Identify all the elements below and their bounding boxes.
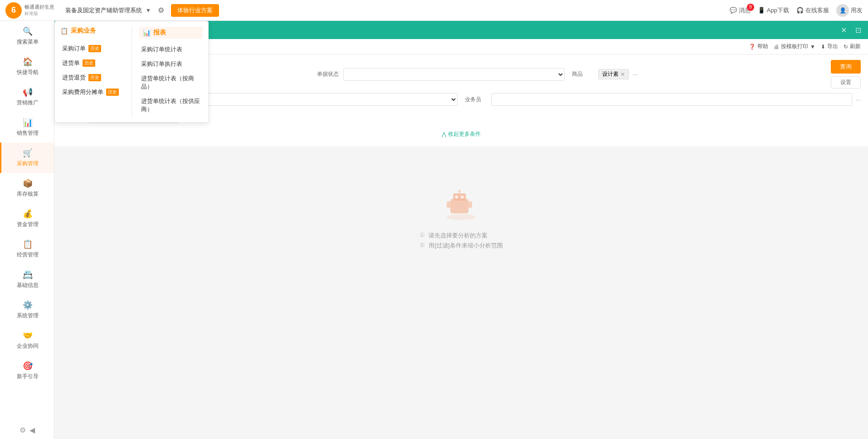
doc-status-label: 单据状态 — [317, 70, 340, 78]
dropdown-item-receipt-stat-goods-label: 进货单统计表（按商品） — [141, 74, 201, 91]
collapse-icon: ⋀ — [442, 131, 446, 138]
svg-point-4 — [461, 196, 463, 198]
sidebar-item-search[interactable]: 🔍 搜索菜单 — [0, 21, 54, 51]
sidebar-settings-btn[interactable]: ⚙ — [20, 426, 26, 434]
sidebar-item-marketing[interactable]: 📢 营销推广 — [0, 82, 54, 112]
dropdown-item-return[interactable]: 进货退货 历史 — [60, 70, 124, 85]
receipt-history-badge: 历史 — [83, 59, 95, 67]
system-dropdown-btn[interactable]: ▼ — [146, 7, 151, 14]
empty-tips: 请先选择要分析的方案 用[过滤]条件来缩小分析范围 — [419, 230, 502, 252]
sidebar-item-inventory-label: 库存核算 — [17, 190, 39, 198]
doc-status-filter: 单据状态 — [317, 68, 565, 81]
staff-input[interactable] — [491, 93, 852, 106]
query-btn[interactable]: 查询 — [831, 60, 861, 74]
logo-badge: 标准版 — [24, 10, 54, 17]
help-label: 帮助 — [757, 43, 768, 50]
header-nav: 装备及固定资产辅助管理系统 ▼ ⚙ 体验行业方案 — [60, 4, 730, 17]
staff-label: 业务员 — [465, 96, 488, 104]
app-download-btn[interactable]: 📱 App下载 — [758, 6, 789, 15]
logo-text-area: 畅通通好生意 标准版 — [24, 4, 54, 16]
sidebar-item-system[interactable]: ⚙️ 系统管理 — [0, 295, 54, 325]
logo-text: 畅通通好生意 — [24, 4, 54, 10]
collapse-btn[interactable]: ⋀ 收起更多条件 — [62, 128, 861, 141]
sidebar-item-marketing-label: 营销推广 — [17, 99, 39, 107]
doc-status-select[interactable] — [343, 68, 565, 81]
dropdown-col2-title: 📊 报表 — [139, 27, 203, 39]
header-right: 💬 消息 9 📱 App下载 🎧 在线客服 👤 用友 — [730, 4, 863, 17]
dropdown-item-po-exec-label: 采购订单执行表 — [141, 60, 182, 68]
dropdown-item-receipt-stat-goods[interactable]: 进货单统计表（按商品） — [139, 71, 203, 94]
export-btn[interactable]: ⬇ 导出 — [821, 43, 838, 50]
online-service-label: 在线客服 — [805, 6, 829, 15]
home-icon: 🏠 — [23, 57, 33, 67]
dropdown-item-receipt-label: 进货单 — [62, 59, 80, 67]
svg-rect-8 — [468, 202, 472, 208]
collapse-label: 收起更多条件 — [448, 130, 481, 138]
messages-btn[interactable]: 💬 消息 9 — [730, 6, 751, 15]
sidebar-item-search-label: 搜索菜单 — [17, 38, 39, 46]
sidebar-item-purchase[interactable]: 🛒 采购管理 — [0, 143, 54, 173]
user-btn[interactable]: 👤 用友 — [836, 4, 863, 17]
top-header: 6 畅通通好生意 标准版 装备及固定资产辅助管理系统 ▼ ⚙ 体验行业方案 💬 … — [0, 0, 868, 21]
set-btn[interactable]: 设置 — [831, 76, 861, 89]
dropdown-col-purchase: 📋 采购业务 采购订单 历史 进货单 历史 进货退货 历史 — [55, 27, 130, 117]
goods-tag: 设计素 ✕ — [598, 69, 629, 79]
purchase-biz-icon: 📋 — [60, 27, 68, 35]
goods-dots[interactable]: ··· — [633, 71, 638, 78]
dropdown-item-receipt[interactable]: 进货单 历史 — [60, 56, 124, 70]
po-history-badge: 历史 — [88, 45, 101, 52]
sidebar-item-guide[interactable]: 🎯 新手引导 — [0, 355, 54, 386]
help-btn[interactable]: ❓ 帮助 — [749, 43, 768, 50]
return-history-badge: 历史 — [88, 74, 101, 81]
dropdown-col-reports: 📊 报表 采购订单统计表 采购订单执行表 进货单统计表（按商品） 进货单统计表（… — [134, 27, 209, 117]
print-icon: 🖨 — [774, 44, 779, 50]
filter-actions: 查询 设置 — [831, 60, 861, 89]
sidebar-item-finance[interactable]: 💰 资金管理 — [0, 203, 54, 234]
goods-tag-close[interactable]: ✕ — [620, 71, 625, 78]
sidebar-item-collab-label: 企业协同 — [17, 342, 39, 350]
tab-close-window-btn[interactable]: ✕ — [837, 24, 850, 36]
logo-icon: 6 — [5, 2, 22, 19]
sidebar-bottom: ⚙ ◀ — [0, 421, 54, 439]
user-label: 用友 — [851, 6, 863, 15]
refresh-btn[interactable]: ↻ 刷新 — [844, 43, 861, 50]
sidebar-item-purchase-label: 采购管理 — [17, 160, 39, 168]
sidebar-item-system-label: 系统管理 — [17, 312, 39, 320]
export-icon: ⬇ — [821, 44, 825, 50]
logo-area: 6 畅通通好生意 标准版 — [5, 2, 60, 19]
sidebar-item-basic-label: 基础信息 — [17, 281, 39, 289]
dropdown-item-po-exec[interactable]: 采购订单执行表 — [139, 57, 203, 71]
dropdown-item-po-stat[interactable]: 采购订单统计表 — [139, 42, 203, 57]
empty-illustration — [439, 186, 484, 222]
search-icon: 🔍 — [23, 26, 33, 36]
empty-tip-2: 用[过滤]条件来缩小分析范围 — [419, 242, 502, 250]
sidebar-item-operations[interactable]: 📋 经营管理 — [0, 234, 54, 264]
basic-icon: 📇 — [23, 270, 33, 280]
sidebar-item-collab[interactable]: 🤝 企业协同 — [0, 325, 54, 355]
sidebar-item-basic[interactable]: 📇 基础信息 — [0, 264, 54, 295]
staff-dots[interactable]: ··· — [856, 96, 861, 103]
tab-maximize-btn[interactable]: ⊡ — [852, 24, 864, 36]
dropdown-item-expense[interactable]: 采购费用分摊单 历史 — [60, 85, 124, 99]
export-label: 导出 — [827, 43, 838, 50]
dropdown-item-po-label: 采购订单 — [62, 44, 86, 53]
headset-icon: 🎧 — [796, 7, 804, 14]
settings-btn[interactable]: ⚙ — [155, 4, 167, 17]
help-icon: ❓ — [749, 44, 756, 50]
staff-filter: 业务员 ··· — [465, 93, 861, 106]
sales-icon: 📊 — [23, 118, 33, 128]
dropdown-item-po[interactable]: 采购订单 历史 — [60, 41, 124, 56]
avatar: 👤 — [836, 4, 849, 17]
sidebar-item-inventory[interactable]: 📦 库存核算 — [0, 173, 54, 203]
dropdown-item-receipt-stat-supplier[interactable]: 进货单统计表（按供应商） — [139, 94, 203, 117]
goods-label: 商品 — [572, 70, 595, 78]
online-service-btn[interactable]: 🎧 在线客服 — [796, 6, 829, 15]
sidebar-collapse-btn[interactable]: ◀ — [29, 426, 35, 434]
sidebar-item-sales-label: 销售管理 — [17, 129, 39, 137]
industry-btn[interactable]: 体验行业方案 — [171, 4, 219, 17]
svg-point-6 — [458, 190, 461, 192]
sidebar-item-home[interactable]: 🏠 快捷导航 — [0, 51, 54, 82]
sidebar-item-sales[interactable]: 📊 销售管理 — [0, 112, 54, 143]
print-btn[interactable]: 🖨 按模板打印 ▼ — [774, 43, 815, 50]
finance-icon: 💰 — [23, 209, 33, 219]
